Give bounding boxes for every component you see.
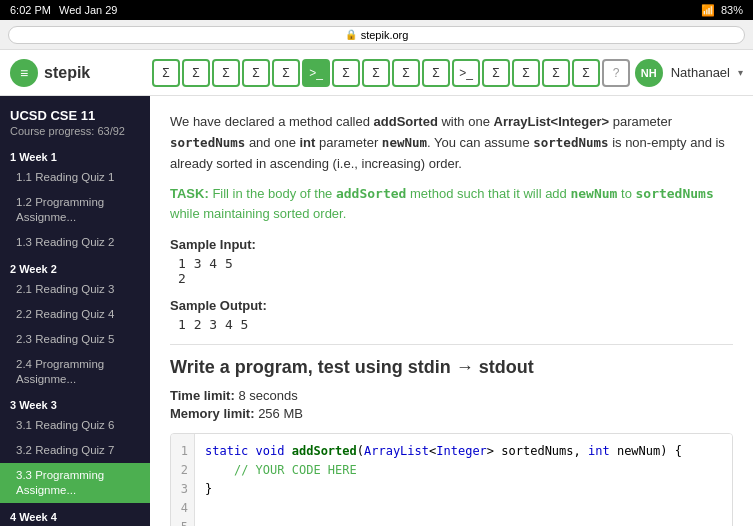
battery: 83% bbox=[721, 4, 743, 16]
nav-icon-sigma-8[interactable]: Σ bbox=[392, 59, 420, 87]
sidebar-item-quiz2[interactable]: 1.3 Reading Quiz 2 bbox=[0, 230, 150, 255]
chevron-down-icon[interactable]: ▾ bbox=[738, 67, 743, 78]
sidebar-item-quiz1[interactable]: 1.1 Reading Quiz 1 bbox=[0, 165, 150, 190]
sample-output-label: Sample Output: bbox=[170, 298, 733, 313]
nav-icon-sigma-6[interactable]: Σ bbox=[332, 59, 360, 87]
code-line-5 bbox=[205, 518, 722, 526]
nav-icon-sigma-12[interactable]: Σ bbox=[542, 59, 570, 87]
browser-bar: 🔒 stepik.org bbox=[0, 20, 753, 50]
time-limit: Time limit: 8 seconds bbox=[170, 388, 733, 403]
code-line-4 bbox=[205, 499, 722, 518]
app-container: ≡ stepik Σ Σ Σ Σ Σ >_ Σ Σ Σ Σ >_ Σ Σ Σ Σ… bbox=[0, 50, 753, 526]
sidebar: UCSD CSE 11 Course progress: 63/92 1 Wee… bbox=[0, 96, 150, 526]
sidebar-week-1: 1 Week 1 bbox=[0, 143, 150, 165]
main-layout: UCSD CSE 11 Course progress: 63/92 1 Wee… bbox=[0, 96, 753, 526]
sidebar-item-prog3-active[interactable]: 3.3 Programming Assignme... bbox=[0, 463, 150, 503]
sample-input-data: 1 3 4 52 bbox=[170, 256, 733, 286]
date: Wed Jan 29 bbox=[59, 4, 118, 16]
description-text: We have declared a method called addSort… bbox=[170, 112, 733, 174]
url-text: stepik.org bbox=[361, 29, 409, 41]
sidebar-item-quiz6[interactable]: 3.1 Reading Quiz 6 bbox=[0, 413, 150, 438]
nav-icon-question[interactable]: ? bbox=[602, 59, 630, 87]
logo-area: ≡ stepik bbox=[10, 59, 140, 87]
nav-icon-sigma-7[interactable]: Σ bbox=[362, 59, 390, 87]
nav-icon-sigma-1[interactable]: Σ bbox=[152, 59, 180, 87]
sidebar-item-prog2[interactable]: 2.4 Programming Assignme... bbox=[0, 352, 150, 392]
code-content[interactable]: static void addSorted(ArrayList<Integer>… bbox=[195, 434, 732, 526]
code-line-3: } bbox=[205, 480, 722, 499]
nav-icon-sigma-11[interactable]: Σ bbox=[512, 59, 540, 87]
write-program-heading: Write a program, test using stdin → stdo… bbox=[170, 357, 733, 378]
task-text: TASK: Fill in the body of the addSorted … bbox=[170, 184, 733, 223]
nav-icons: Σ Σ Σ Σ Σ >_ Σ Σ Σ Σ >_ Σ Σ Σ Σ ? bbox=[152, 59, 635, 87]
sample-output-data: 1 2 3 4 5 bbox=[170, 317, 733, 332]
sidebar-week-2: 2 Week 2 bbox=[0, 255, 150, 277]
nav-icon-sigma-2[interactable]: Σ bbox=[182, 59, 210, 87]
memory-limit: Memory limit: 256 MB bbox=[170, 406, 733, 421]
sidebar-course: UCSD CSE 11 bbox=[10, 108, 140, 123]
nav-icon-sigma-5[interactable]: Σ bbox=[272, 59, 300, 87]
sample-input-section: Sample Input: 1 3 4 52 bbox=[170, 237, 733, 286]
url-bar[interactable]: 🔒 stepik.org bbox=[8, 26, 745, 44]
time: 6:02 PM bbox=[10, 4, 51, 16]
logo-text: stepik bbox=[44, 64, 90, 82]
lock-icon: 🔒 bbox=[345, 29, 357, 40]
nav-icon-sigma-10[interactable]: Σ bbox=[482, 59, 510, 87]
line-numbers: 1 2 3 4 5 6 7 8 bbox=[171, 434, 195, 526]
status-bar-right: 📶 83% bbox=[701, 4, 743, 17]
sidebar-item-prog1[interactable]: 1.2 Programming Assignme... bbox=[0, 190, 150, 230]
user-name: Nathanael bbox=[671, 65, 730, 80]
sidebar-item-quiz7[interactable]: 3.2 Reading Quiz 7 bbox=[0, 438, 150, 463]
sidebar-progress: Course progress: 63/92 bbox=[10, 125, 140, 137]
code-editor[interactable]: 1 2 3 4 5 6 7 8 static void addSorted(Ar… bbox=[170, 433, 733, 526]
sidebar-week-4: 4 Week 4 bbox=[0, 503, 150, 525]
code-lines: 1 2 3 4 5 6 7 8 static void addSorted(Ar… bbox=[171, 434, 732, 526]
nav-icon-sigma-9[interactable]: Σ bbox=[422, 59, 450, 87]
sidebar-item-quiz5[interactable]: 2.3 Reading Quiz 5 bbox=[0, 327, 150, 352]
sample-input-label: Sample Input: bbox=[170, 237, 733, 252]
nav-icon-sigma-13[interactable]: Σ bbox=[572, 59, 600, 87]
sidebar-header: UCSD CSE 11 Course progress: 63/92 bbox=[0, 96, 150, 143]
sample-output-section: Sample Output: 1 2 3 4 5 bbox=[170, 298, 733, 332]
divider bbox=[170, 344, 733, 345]
wifi-icon: 📶 bbox=[701, 4, 715, 17]
nav-icon-sigma-4[interactable]: Σ bbox=[242, 59, 270, 87]
code-line-2: // YOUR CODE HERE bbox=[205, 461, 722, 480]
top-nav: ≡ stepik Σ Σ Σ Σ Σ >_ Σ Σ Σ Σ >_ Σ Σ Σ Σ… bbox=[0, 50, 753, 96]
nav-icon-terminal-2[interactable]: >_ bbox=[452, 59, 480, 87]
user-avatar: NH bbox=[635, 59, 663, 87]
status-bar: 6:02 PM Wed Jan 29 📶 83% bbox=[0, 0, 753, 20]
nav-icon-terminal-1[interactable]: >_ bbox=[302, 59, 330, 87]
nav-icon-sigma-3[interactable]: Σ bbox=[212, 59, 240, 87]
sidebar-item-quiz4[interactable]: 2.2 Reading Quiz 4 bbox=[0, 302, 150, 327]
content-area: We have declared a method called addSort… bbox=[150, 96, 753, 526]
code-line-1: static void addSorted(ArrayList<Integer>… bbox=[205, 442, 722, 461]
nav-right: NH Nathanael ▾ bbox=[635, 59, 743, 87]
logo-icon: ≡ bbox=[10, 59, 38, 87]
sidebar-week-3: 3 Week 3 bbox=[0, 391, 150, 413]
sidebar-item-quiz3[interactable]: 2.1 Reading Quiz 3 bbox=[0, 277, 150, 302]
status-bar-left: 6:02 PM Wed Jan 29 bbox=[10, 4, 117, 16]
